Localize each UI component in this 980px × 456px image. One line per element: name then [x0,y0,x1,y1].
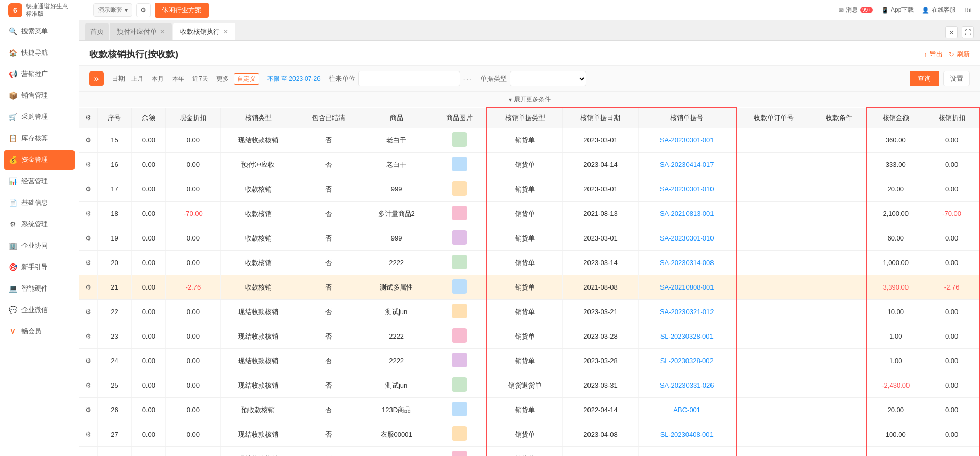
table-wrapper[interactable]: ⚙ 序号 余额 现金折扣 核销类型 包含已结清 商品 商品图片 核销单据类型 核… [79,107,980,456]
tab-home[interactable]: 首页 [85,23,109,40]
date-opt-last-month[interactable]: 上月 [128,74,146,84]
row-cancel-voucher-no: SL-20230418-001 [638,447,736,457]
sidebar-item-enterprise[interactable]: 🏢 企业协同 [0,235,79,256]
row-receipt-order-no [736,398,812,422]
row-receipt-condition [812,202,867,226]
table-row: ⚙ 24 0.00 0.00 现结收款核销 否 2222 销货单 2023-03… [79,349,979,373]
row-include-settled: 否 [296,153,361,177]
sidebar-item-search[interactable]: 🔍 搜索菜单 [0,20,79,42]
gear-cell[interactable]: ⚙ [79,226,97,251]
counterpart-filter: 往来单位 ··· [329,71,472,86]
row-goods: 123D商品 [361,398,432,422]
date-opt-this-year[interactable]: 本年 [169,74,187,84]
gear-cell[interactable]: ⚙ [79,202,97,226]
row-balance: 0.00 [132,447,166,457]
row-receipt-order-no [736,202,812,226]
row-cancel-discount: 0.00 [924,324,979,349]
table-row: ⚙ 28 0.00 0.00 现结收款核销 否 2222 销货单 2023-04… [79,447,979,457]
row-goods: 测试jun [361,373,432,398]
sidebar-item-quick-nav[interactable]: 🏠 快捷导航 [0,42,79,63]
gear-cell[interactable]: ⚙ [79,177,97,202]
notification-button[interactable]: ✉ 消息 99+ [839,6,873,14]
main-content: 首页 预付冲应付单 ✕ 收款核销执行 ✕ ✕ ⛶ 收款核销执行(按收款) ↑ [79,20,980,456]
gear-cell[interactable]: ⚙ [79,349,97,373]
sidebar-item-purchase[interactable]: 🛒 采购管理 [0,106,79,128]
app-download-button[interactable]: 📱 App下载 [881,6,914,14]
voucher-type-select[interactable] [510,71,586,86]
tab-receipt[interactable]: 收款核销执行 ✕ [173,23,235,40]
tab-close-btn[interactable]: ✕ [945,26,958,38]
top-bar-center: 演示账套 ▾ ⚙ 休闲行业方案 [93,3,832,18]
sidebar-item-sales[interactable]: 📦 销售管理 [0,85,79,106]
col-cash-discount: 现金折扣 [166,108,220,128]
tab-maximize-btn[interactable]: ⛶ [962,26,974,38]
row-no: 20 [97,251,132,275]
row-no: 19 [97,226,132,251]
gear-cell[interactable]: ⚙ [79,128,97,153]
tab-prepay-close[interactable]: ✕ [160,28,165,35]
row-receipt-condition [812,300,867,324]
gear-cell[interactable]: ⚙ [79,324,97,349]
row-cancel-type: 现结收款核销 [220,300,296,324]
date-opt-this-month[interactable]: 本月 [149,74,167,84]
sidebar-item-finance[interactable]: 💰 资金管理 [4,150,75,170]
sidebar-item-marketing[interactable]: 📢 营销推广 [0,63,79,85]
date-opt-7days[interactable]: 近7天 [189,74,211,84]
expand-arrow-btn[interactable]: » [89,71,104,86]
date-opt-custom[interactable]: 自定义 [234,73,259,85]
sidebar-item-hardware[interactable]: 💻 智能硬件 [0,278,79,299]
row-balance: 0.00 [132,153,166,177]
tab-receipt-close[interactable]: ✕ [223,28,228,35]
tab-prepay[interactable]: 预付冲应付单 ✕ [110,23,172,40]
row-cancel-type: 收款核销 [220,226,296,251]
org-selector[interactable]: 演示账套 ▾ [93,3,132,17]
row-balance: 0.00 [132,300,166,324]
sidebar-item-basic-info[interactable]: 📄 基础信息 [0,192,79,213]
counterpart-input[interactable] [358,71,460,86]
sidebar-item-inventory[interactable]: 📋 库存核算 [0,128,79,149]
col-settings[interactable]: ⚙ [79,108,97,128]
sidebar-item-member[interactable]: V 畅会员 [0,321,79,342]
row-cancel-voucher-no: SL-20230328-002 [638,349,736,373]
gear-cell[interactable]: ⚙ [79,251,97,275]
refresh-button[interactable]: ↻ 刷新 [949,50,970,59]
sidebar-item-system[interactable]: ⚙ 系统管理 [0,213,79,235]
chevron-down-icon: ▾ [509,96,512,103]
export-button[interactable]: ↑ 导出 [924,50,943,59]
gear-cell[interactable]: ⚙ [79,398,97,422]
row-cancel-amount: -2,430.00 [867,373,924,398]
date-opt-more[interactable]: 更多 [213,74,232,84]
col-goods: 商品 [361,108,432,128]
gear-cell[interactable]: ⚙ [79,300,97,324]
user-name[interactable]: Rit [964,7,972,14]
gear-cell[interactable]: ⚙ [79,422,97,447]
row-receipt-condition [812,226,867,251]
expand-conditions-button[interactable]: ▾ 展开更多条件 [509,95,551,104]
gear-cell[interactable]: ⚙ [79,153,97,177]
gear-cell[interactable]: ⚙ [79,447,97,457]
counterpart-dots[interactable]: ··· [463,75,472,83]
row-cancel-discount: 0.00 [924,422,979,447]
col-cancel-voucher-no: 核销单据号 [638,108,736,128]
member-icon: V [8,327,17,335]
sidebar-item-guide[interactable]: 🎯 新手引导 [0,256,79,278]
table-settings-button[interactable]: 设置 [943,71,970,86]
filter-actions: 查询 设置 [910,71,970,86]
row-cancel-amount: 100.00 [867,422,924,447]
row-no: 18 [97,202,132,226]
gear-cell[interactable]: ⚙ [79,275,97,300]
row-cancel-amount: 20.00 [867,398,924,422]
industry-button[interactable]: 休闲行业方案 [155,3,209,18]
row-balance: 0.00 [132,202,166,226]
purchase-icon: 🛒 [8,113,17,121]
sidebar-item-wechat[interactable]: 💬 企业微信 [0,299,79,321]
col-cancel-discount: 核销折扣 [924,108,979,128]
gear-cell[interactable]: ⚙ [79,373,97,398]
row-receipt-condition [812,373,867,398]
query-button[interactable]: 查询 [910,71,939,86]
online-service-button[interactable]: 👤 在线客服 [922,6,956,14]
row-cancel-voucher-no: SA-20230414-017 [638,153,736,177]
settings-icon[interactable]: ⚙ [136,3,151,17]
row-cash-discount: 0.00 [166,324,220,349]
sidebar-item-operation[interactable]: 📊 经营管理 [0,171,79,192]
